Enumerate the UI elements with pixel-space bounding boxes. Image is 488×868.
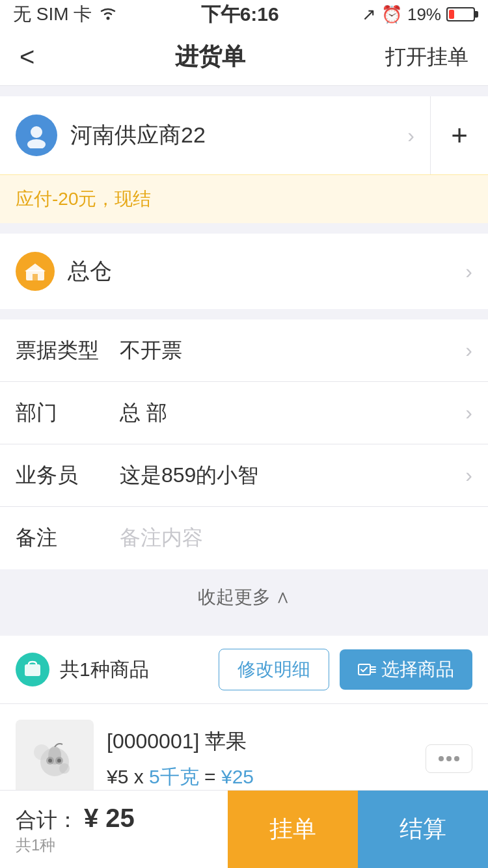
products-count: 共1种商品	[60, 657, 219, 683]
battery-icon	[446, 7, 475, 21]
svg-point-11	[59, 763, 70, 774]
products-header: 共1种商品 修改明细 选择商品	[0, 636, 488, 704]
supplier-row[interactable]: 河南供应商22 ›	[0, 96, 431, 174]
sales-label: 业务员	[16, 461, 107, 490]
products-section: 共1种商品 修改明细 选择商品	[0, 636, 488, 813]
dept-row[interactable]: 部门 总 部 ›	[0, 382, 488, 444]
warehouse-section: 总仓 ›	[0, 234, 488, 309]
warehouse-row[interactable]: 总仓 ›	[0, 234, 488, 309]
invoice-label: 票据类型	[16, 336, 107, 365]
svg-point-10	[34, 744, 49, 760]
price-value: ¥5	[107, 766, 128, 787]
alarm-icon: ⏰	[381, 5, 402, 25]
supplier-name: 河南供应商22	[70, 120, 407, 150]
dot3	[454, 756, 459, 761]
hang-button[interactable]: 挂单	[228, 791, 358, 869]
invoice-row[interactable]: 票据类型 不开票 ›	[0, 319, 488, 382]
chevron-right-icon: ›	[407, 124, 414, 148]
warehouse-name: 总仓	[68, 256, 465, 286]
product-info: [0000001] 苹果 ¥5 x 5千克 = ¥25	[107, 727, 426, 791]
sales-value: 这是859的小智	[120, 461, 465, 490]
add-supplier-button[interactable]: +	[431, 96, 488, 174]
dot2	[446, 756, 452, 761]
notice-text: 应付-20元，现结	[16, 189, 151, 209]
notice-bar: 应付-20元，现结	[0, 174, 488, 223]
dept-chevron-icon: ›	[465, 401, 472, 425]
bottom-bar: 合计： ¥ 25 共1种 挂单 结算	[0, 790, 488, 868]
remark-row[interactable]: 备注 备注内容	[0, 507, 488, 569]
price-multiply: x	[134, 766, 149, 787]
invoice-chevron-icon: ›	[465, 338, 472, 362]
price-equals: =	[204, 766, 221, 787]
product-name: [0000001] 苹果	[107, 727, 426, 756]
product-thumbnail	[16, 720, 94, 798]
battery-percent: 19%	[407, 5, 441, 25]
total-row: 合计： ¥ 25	[16, 804, 212, 835]
warehouse-icon	[16, 252, 55, 291]
dot1	[439, 756, 444, 761]
status-left: 无 SIM 卡	[13, 2, 118, 27]
back-button[interactable]: <	[20, 42, 34, 72]
remark-label: 备注	[16, 524, 107, 552]
checkout-button[interactable]: 结算	[358, 791, 488, 869]
sales-chevron-icon: ›	[465, 463, 472, 487]
wifi-icon	[98, 4, 118, 25]
status-bar: 无 SIM 卡 下午6:16 ↗ ⏰ 19%	[0, 0, 488, 29]
select-product-button[interactable]: 选择商品	[340, 649, 472, 690]
total-count: 共1种	[16, 835, 212, 856]
total-label: 合计：	[16, 808, 78, 832]
collapse-button[interactable]: 收起更多 ∧	[0, 569, 488, 625]
price-qty: 5千克	[149, 766, 199, 787]
svg-marker-4	[25, 264, 46, 271]
svg-rect-6	[25, 664, 40, 676]
svg-point-0	[107, 17, 110, 20]
svg-point-15	[57, 759, 61, 763]
supplier-section: 河南供应商22 › +	[0, 96, 488, 174]
svg-point-1	[31, 126, 42, 138]
total-section: 合计： ¥ 25 共1种	[0, 804, 228, 856]
sales-row[interactable]: 业务员 这是859的小智 ›	[0, 444, 488, 507]
svg-rect-5	[33, 274, 38, 280]
page-title: 进货单	[175, 41, 245, 73]
price-total: ¥25	[221, 766, 254, 787]
modify-detail-button[interactable]: 修改明细	[219, 649, 329, 690]
products-icon	[16, 653, 49, 686]
dept-value: 总 部	[120, 399, 465, 427]
product-price: ¥5 x 5千克 = ¥25	[107, 764, 426, 791]
remark-input[interactable]: 备注内容	[120, 524, 472, 552]
svg-point-2	[27, 139, 46, 148]
form-section: 票据类型 不开票 › 部门 总 部 › 业务员 这是859的小智 › 备注 备注…	[0, 319, 488, 569]
total-amount: ¥ 25	[84, 804, 135, 832]
nav-bar: < 进货单 打开挂单	[0, 29, 488, 86]
supplier-avatar	[16, 115, 57, 156]
carrier-label: 无 SIM 卡	[13, 2, 92, 27]
open-hang-button[interactable]: 打开挂单	[385, 43, 468, 72]
location-icon: ↗	[362, 5, 376, 25]
select-product-label: 选择商品	[381, 657, 454, 682]
warehouse-chevron-icon: ›	[465, 260, 472, 284]
status-time: 下午6:16	[201, 1, 279, 28]
content: 河南供应商22 › + 应付-20元，现结 总仓 › 票据类型 不开票 ›	[0, 96, 488, 868]
product-more-button[interactable]	[426, 744, 472, 773]
invoice-value: 不开票	[120, 336, 465, 365]
dept-label: 部门	[16, 399, 107, 427]
status-right: ↗ ⏰ 19%	[362, 5, 475, 25]
svg-point-14	[48, 759, 52, 763]
